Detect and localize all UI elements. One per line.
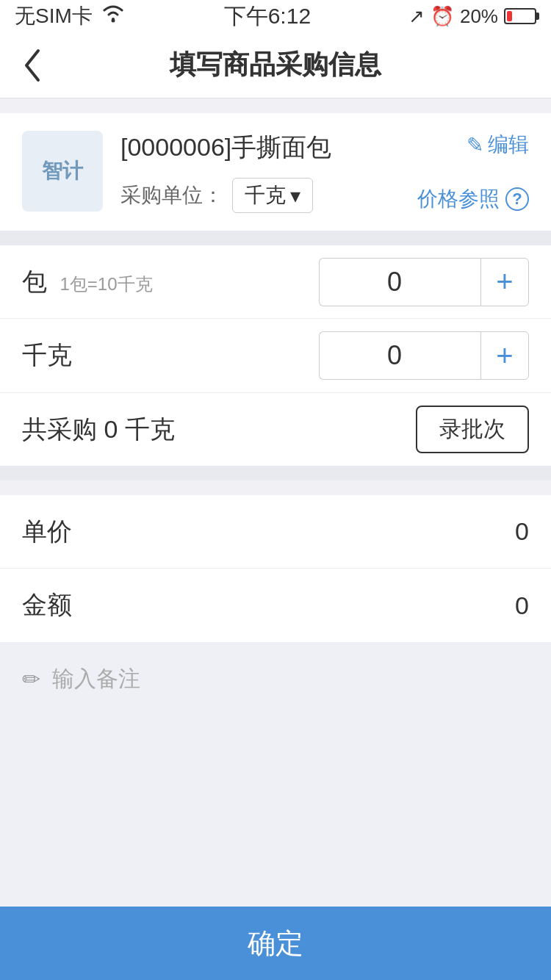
kg-input-row: 千克 + [0,319,551,392]
bag-quantity-input[interactable] [319,258,480,306]
remark-inner: ✏ 输入备注 [22,664,529,694]
location-icon: ↗ [408,5,425,28]
status-time: 下午6:12 [224,1,311,32]
page-title: 填写商品采购信息 [170,47,381,83]
price-ref-button[interactable]: 价格参照 ? [417,185,529,213]
unit-value: 千克 [245,181,286,209]
nav-bar: 填写商品采购信息 [0,32,551,98]
status-left: 无SIM卡 [15,2,126,30]
section-divider-1 [0,231,551,245]
back-button[interactable] [22,48,43,83]
price-section: 单价 0 金额 0 [0,495,551,642]
amount-label: 金额 [22,588,72,622]
help-icon: ? [505,187,529,211]
summary-row: 共采购 0 千克 录批次 [0,392,551,466]
kg-plus-button[interactable]: + [480,331,529,380]
kg-quantity-input[interactable] [319,331,480,380]
edit-button[interactable]: ✎ 编辑 [467,131,529,159]
confirm-button[interactable]: 确定 [0,907,551,980]
record-batch-button[interactable]: 录批次 [416,406,529,453]
amount-row: 金额 0 [0,569,551,642]
sim-signal: 无SIM卡 [15,2,93,30]
summary-text: 共采购 0 千克 [22,413,175,447]
pencil-icon: ✏ [22,666,40,692]
wifi-icon [100,4,126,29]
edit-icon: ✎ [467,133,483,157]
chevron-down-icon: ▾ [290,184,300,208]
status-right: ↗ ⏰ 20% [408,5,536,28]
product-thumbnail: 智计 [22,131,103,212]
remark-section[interactable]: ✏ 输入备注 [0,642,551,804]
amount-value: 0 [515,591,529,620]
unit-price-value: 0 [515,517,529,546]
price-ref-label: 价格参照 [417,185,500,213]
kg-input-wrap: + [319,331,529,380]
bag-input-row: 包 1包=10千克 + [0,245,551,319]
unit-label: 采购单位： [120,181,223,209]
unit-price-label: 单价 [22,515,72,549]
unit-price-row: 单价 0 [0,495,551,569]
bag-plus-button[interactable]: + [480,258,529,306]
battery-icon [504,8,536,24]
section-divider-2 [0,466,551,480]
unit-select[interactable]: 千克 ▾ [232,178,313,213]
kg-label: 千克 [22,339,319,372]
alarm-icon: ⏰ [431,5,454,28]
status-bar: 无SIM卡 下午6:12 ↗ ⏰ 20% [0,0,551,32]
input-section: 包 1包=10千克 + 千克 + [0,245,551,392]
remark-placeholder: 输入备注 [52,664,140,694]
bag-input-wrap: + [319,258,529,306]
bag-sublabel: 1包=10千克 [60,274,152,294]
product-card: 智计 [0000006]手撕面包 采购单位： 千克 ▾ ✎ 编辑 价格参照 ? [0,113,551,231]
confirm-label: 确定 [248,925,303,962]
battery-percent: 20% [460,5,498,28]
bag-label: 包 1包=10千克 [22,265,319,299]
edit-label: 编辑 [488,131,529,159]
svg-point-0 [111,18,115,22]
